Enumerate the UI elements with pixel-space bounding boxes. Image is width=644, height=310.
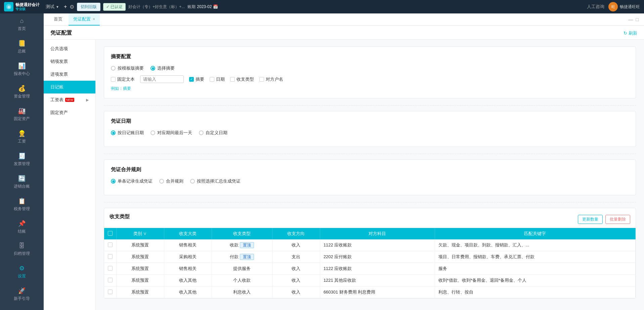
radio-template-summary[interactable]: 按模板版摘要 (111, 65, 144, 71)
help-link[interactable]: 人工咨询 (587, 4, 604, 10)
sidebar-item-settings[interactable]: ⚙ 设置 (0, 261, 44, 283)
switch-version-button[interactable]: 切到旧版 (77, 3, 100, 11)
tab-voucher-config[interactable]: 凭证配置 × (69, 13, 100, 26)
sidebar-item-home[interactable]: ⌂ 首页 (0, 13, 44, 36)
app-name: 畅捷通好会计 (15, 2, 40, 7)
new-badge: NEW (65, 98, 74, 102)
sidebar-label-home: 首页 (18, 26, 26, 32)
fixed-text-input[interactable] (140, 75, 184, 83)
tab-bar: 首页 凭证配置 × — □ (44, 13, 644, 26)
radio-select-summary[interactable]: 选择摘要 (151, 65, 175, 71)
row-type-1: 收款 置顶 (212, 239, 272, 251)
funds-icon: 💰 (18, 85, 26, 92)
sidebar-item-member[interactable]: 👑 畅会员 (0, 306, 44, 310)
row-category-5: 系统预置 (116, 286, 164, 298)
sidebar-label-guide: 新手引导 (14, 296, 30, 302)
table-row: 系统预置 收入其他 利息收入 收入 660301 财务费用 利息费用 利息、行转… (104, 286, 636, 298)
sidebar-item-closing[interactable]: 📌 结账 (0, 216, 44, 238)
main-content: 摘要配置 按模板版摘要 选择摘要 (96, 40, 644, 310)
radio-template-circle (111, 66, 116, 71)
table-actions: 更新数量 批量删除 (578, 215, 630, 224)
sidebar-label-invoice: 发票管理 (14, 161, 30, 167)
custom-date-label: 自定义日期 (206, 130, 227, 136)
checkbox-type[interactable]: 收支类型 (230, 76, 254, 82)
sidebar-item-payroll[interactable]: 👷 工资 (0, 126, 44, 148)
table-row: 系统预置 销售相关 提供服务 收入 1122 应收账款 服务 (104, 263, 636, 275)
row-major-2: 采购相关 (164, 251, 212, 263)
radio-summary-gen[interactable]: 按照选择汇总生成凭证 (190, 178, 241, 184)
sidebar-label-ledger: 总账 (18, 48, 26, 54)
row-direction-4: 收入 (272, 275, 320, 286)
income-expense-header: 收支类型 更新数量 批量删除 (104, 208, 636, 228)
sidebar-item-funds[interactable]: 💰 资金管理 (0, 81, 44, 103)
sidebar-item-tax[interactable]: 📋 税务管理 (0, 193, 44, 216)
row-keywords-4: 收到*借款、收到*备用金、退回*备用金、个人 (435, 275, 635, 286)
nav-item-sales[interactable]: 销项发票 (44, 55, 95, 68)
th-checkbox[interactable] (104, 228, 116, 239)
calendar-icon[interactable]: 📅 (213, 4, 218, 9)
sidebar-label-fixed-assets: 固定资产 (14, 116, 30, 122)
batch-delete-btn[interactable]: 批量删除 (605, 215, 630, 224)
tab-home[interactable]: 首页 (49, 13, 67, 26)
checkbox-counterparty[interactable]: 对方户名 (259, 76, 283, 82)
single-circle (111, 179, 116, 184)
voucher-date-radio-group: 按日记账日期 对应期间最后一天 自定义日期 (111, 130, 629, 136)
payroll-icon: 👷 (18, 130, 26, 137)
checkbox-fixed-text[interactable]: 固定文本 (111, 76, 135, 82)
select-all-checkbox[interactable] (108, 231, 113, 236)
radio-merge[interactable]: 合并规则 (159, 178, 183, 184)
checkbox-summary[interactable]: ✓ 摘要 (189, 76, 204, 82)
row-major-4: 收入其他 (164, 275, 212, 286)
tab-close-button[interactable]: × (93, 17, 95, 22)
type-checkbox-box (230, 77, 235, 82)
row-keywords-1: 欠款、现金、项目款、到款、报销款、汇入、... (435, 239, 635, 251)
row-account-1: 1122 应收账款 (320, 239, 435, 251)
nav-item-public[interactable]: 公共选项 (44, 42, 95, 55)
company-selector[interactable]: 测试 ▼ (46, 4, 59, 10)
update-btn[interactable]: 更新数量 (578, 215, 603, 224)
nav-item-purchase[interactable]: 进项发票 (44, 68, 95, 81)
nav-item-journal[interactable]: 日记账 (44, 81, 95, 93)
sidebar-item-ledger[interactable]: 📒 总账 (0, 36, 44, 58)
refresh-button[interactable]: ↻ 刷新 (624, 30, 637, 36)
app-sub: 专业版 (15, 7, 40, 11)
sidebar-item-guide[interactable]: 🚀 新手引导 (0, 283, 44, 306)
account-tags: 好会计（专）+好生意（标）+... (128, 4, 185, 10)
radio-journal-date[interactable]: 按日记账日期 (111, 130, 144, 136)
ledger-icon: 📒 (18, 40, 26, 47)
home-icon: ⌂ (20, 17, 24, 25)
maximize-button[interactable]: □ (636, 17, 639, 22)
sidebar-item-archive[interactable]: 🗄 归档管理 (0, 238, 44, 261)
row-type-tag-2[interactable]: 置顶 (240, 254, 254, 260)
tab-bar-right: — □ (629, 17, 639, 22)
single-label: 单条记录生成凭证 (118, 178, 153, 184)
radio-single[interactable]: 单条记录生成凭证 (111, 178, 153, 184)
sidebar-item-invoice[interactable]: 🧾 发票管理 (0, 148, 44, 171)
row-keywords-3: 服务 (435, 263, 635, 275)
sidebar-item-fixed-assets[interactable]: 🏭 固定资产 (0, 103, 44, 126)
sidebar-label-tax: 税务管理 (14, 206, 30, 212)
summary-section: 摘要配置 按模板版摘要 选择摘要 (104, 46, 636, 99)
nav-item-payroll[interactable]: 工资表 NEW ▶ (44, 93, 95, 106)
settings-button[interactable]: ⚙ (70, 4, 74, 10)
counterparty-checkbox-box (259, 77, 264, 82)
chevron-right-icon: ▶ (86, 98, 89, 102)
minimize-button[interactable]: — (629, 17, 633, 22)
nav-item-fixed-assets[interactable]: 固定资产 (44, 106, 95, 119)
row-type-tag-1[interactable]: 置顶 (240, 242, 254, 248)
row-checkbox-2[interactable] (104, 251, 116, 263)
row-direction-3: 收入 (272, 263, 320, 275)
checkbox-date[interactable]: 日期 (210, 76, 225, 82)
sidebar-item-reports[interactable]: 📊 报表中心 (0, 58, 44, 81)
row-account-2: 2202 应付账款 (320, 251, 435, 263)
add-button[interactable]: + (64, 4, 67, 10)
sidebar-item-purchase-sales[interactable]: 🔄 进销台账 (0, 171, 44, 193)
radio-custom-date[interactable]: 自定义日期 (199, 130, 227, 136)
row-checkbox-1[interactable] (104, 239, 116, 251)
radio-period-last[interactable]: 对应期间最后一天 (151, 130, 192, 136)
row-checkbox-3[interactable] (104, 263, 116, 275)
row-checkbox-4[interactable] (104, 275, 116, 286)
user-info[interactable]: 旺 畅捷通旺旺 (608, 2, 640, 11)
app-logo: 会 畅捷通好会计 专业版 (4, 2, 40, 11)
row-checkbox-5[interactable] (104, 286, 116, 298)
